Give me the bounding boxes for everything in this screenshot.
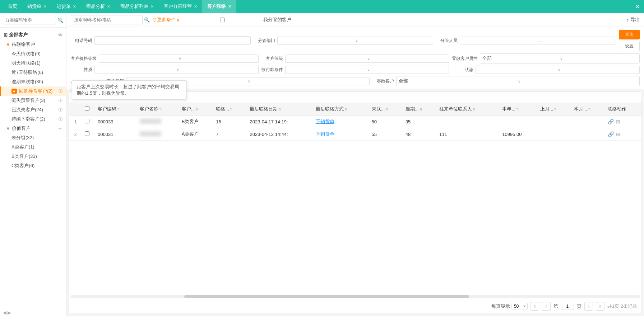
scrollbar-track (70, 295, 640, 298)
scatter-attr-chevron-icon: ∨ (560, 56, 637, 61)
row-checkbox-2[interactable] (82, 128, 95, 141)
data-table-area: ⚙ 客户编码⇅ 客户名称⇅ 客户...⇅ 联络...⇅ 最后联络日期⇅ 最后联 (69, 91, 642, 314)
sidebar-item-declining[interactable]: 持续下滑客户(2) ⓘ (0, 114, 66, 124)
col-last-date-header[interactable]: 最后联络日期⇅ (247, 103, 312, 115)
status-select[interactable]: ∨ (476, 66, 640, 74)
sidebar-item-loss-warning[interactable]: 流失预警客户(3) ⓘ (0, 96, 66, 105)
link-action-icon-2[interactable]: 🔗 (608, 131, 614, 137)
nav-item-product-analysis[interactable]: 商品分析 ✕ (81, 0, 115, 13)
col-last-month-header[interactable]: 上月...⇅ (537, 103, 571, 115)
sidebar-search-icon[interactable]: 🔍 (57, 18, 63, 23)
close-product-analysis-icon[interactable]: ✕ (107, 4, 110, 9)
row-type-2: A类客户 (179, 128, 213, 141)
sidebar-item-b-class[interactable]: B类客户(33) (0, 152, 66, 161)
close-sales-icon[interactable]: ✕ (43, 4, 47, 9)
col-last-method-header[interactable]: 最后联络方式⇅ (313, 103, 369, 115)
col-contact-person-header[interactable]: 往来单位联系人⇅ (436, 103, 499, 115)
col-overdue-header[interactable]: 逾期...⇅ (403, 103, 436, 115)
advanced-filter: 电话号码 分管部门 ∨ 分管人员 ... (66, 27, 644, 89)
prev-page-button[interactable]: ‹ (542, 302, 551, 311)
export-button[interactable]: ↑ 导出 (627, 16, 640, 23)
row-last-method-1[interactable]: 下销货单 (313, 115, 369, 128)
my-customers-checkbox-input[interactable] (183, 18, 262, 22)
sidebar-item-repurchase-abnormal[interactable]: ● 回购异常客户(2) ⓘ (0, 86, 66, 96)
search-input[interactable] (71, 15, 143, 24)
query-button[interactable]: 查询 (619, 30, 640, 39)
price-grade-select[interactable]: ∨ (99, 55, 259, 63)
close-purchase-icon[interactable]: ✕ (73, 4, 76, 9)
sidebar: 🔍 ⊞ 全部客户 ≪ ▼ 待联络客户 今天待联络(0) 明天待联络(1) 近7天… (0, 13, 66, 316)
close-product-list-icon[interactable]: ✕ (150, 4, 154, 9)
sidebar-group-pending[interactable]: ▼ 待联络客户 (0, 40, 66, 49)
sidebar-collapse-icon[interactable]: ≪ (58, 32, 62, 37)
nav-item-customer-tier[interactable]: 客户分层经营 ✕ (159, 0, 202, 13)
row-checkbox-1[interactable] (82, 115, 95, 128)
row-code-2: 000031 (95, 128, 137, 141)
col-name-header[interactable]: 客户名称⇅ (137, 103, 179, 115)
col-this-year-header[interactable]: 本年...⇅ (499, 103, 537, 115)
nav-item-sales[interactable]: 销货单 ✕ (22, 0, 52, 13)
sidebar-tree: ⊞ 全部客户 ≪ ▼ 待联络客户 今天待联络(0) 明天待联络(1) 近7天待联… (0, 28, 66, 309)
nav-item-purchase[interactable]: 进货单 ✕ (52, 0, 81, 13)
row-last-method-2[interactable]: 下销货单 (313, 128, 369, 141)
sidebar-item-c-class[interactable]: C类客户(6) (0, 161, 66, 170)
top-navigation: 首页 销货单 ✕ 进货单 ✕ 商品分析 ✕ 商品分析列表 ✕ 客户分层经营 ✕ … (0, 0, 644, 13)
sidebar-search-input[interactable] (3, 16, 56, 24)
sidebar-item-overdue-contact[interactable]: 逾期未联络(30) (0, 77, 66, 86)
filter-person: 分管人员 ... (436, 37, 616, 44)
table-scroll[interactable]: 客户编码⇅ 客户名称⇅ 客户...⇅ 联络...⇅ 最后联络日期⇅ 最后联络方式… (69, 103, 641, 294)
pagination: 每页显示 20 50 100 200 « ‹ 第 页 › » 共1页 2条记录 (69, 299, 641, 313)
grid-action-icon-1[interactable]: ⊞ (616, 119, 620, 124)
row-name-2 (137, 128, 179, 141)
phone-input[interactable] (94, 36, 251, 45)
col-no-contact-header[interactable]: 未联...⇅ (369, 103, 403, 115)
sidebar-item-tomorrow-contact[interactable]: 明天待联络(1) (0, 58, 66, 68)
last-page-button[interactable]: » (596, 302, 604, 311)
setting-button[interactable]: 设置 (619, 41, 640, 51)
per-page-select[interactable]: 20 50 100 200 (511, 303, 528, 310)
customer-table: 客户编码⇅ 客户名称⇅ 客户...⇅ 联络...⇅ 最后联络日期⇅ 最后联络方式… (69, 103, 641, 141)
close-customer-tier-icon[interactable]: ✕ (194, 4, 197, 9)
sidebar-item-7day-contact[interactable]: 近7天待联络(0) (0, 68, 66, 77)
edit-value-customer-icon[interactable]: ✏ (59, 126, 62, 131)
dept-select[interactable]: ∨ (277, 37, 434, 45)
window-close-button[interactable]: ✕ (635, 3, 640, 10)
horizontal-scrollbar[interactable] (69, 294, 641, 299)
col-contact-count-header[interactable]: 联络...⇅ (213, 103, 247, 115)
col-code-header[interactable]: 客户编码⇅ (95, 103, 137, 115)
filter-bar: 🔍 ▽ 更多条件 ∨ 我分管的客户 ↑ 导出 (66, 13, 644, 27)
search-button[interactable]: 🔍 (144, 17, 150, 23)
row-contact-person-2: 111 (436, 128, 499, 141)
table-header-row: 客户编码⇅ 客户名称⇅ 客户...⇅ 联络...⇅ 最后联络日期⇅ 最后联络方式… (69, 103, 641, 115)
page-number-input[interactable] (561, 303, 574, 310)
first-page-button[interactable]: « (531, 302, 539, 311)
more-conditions-button[interactable]: ▽ 更多条件 ∨ (153, 16, 180, 23)
select-all-checkbox[interactable] (85, 106, 89, 111)
close-customer-contact-icon[interactable]: ✕ (228, 4, 231, 9)
nav-item-home[interactable]: 首页 (3, 0, 22, 13)
my-customers-checkbox[interactable]: 我分管的客户 (183, 16, 291, 23)
nature-select[interactable]: ∨ (94, 66, 259, 74)
sidebar-value-customer-section: ▼ 价值客户 ✏ (0, 124, 66, 133)
col-num (69, 103, 82, 115)
nav-item-customer-contact[interactable]: 客户联络 ✕ (202, 0, 236, 13)
col-type-header[interactable]: 客户...⇅ (179, 103, 213, 115)
nav-item-product-list[interactable]: 商品分析列表 ✕ (115, 0, 159, 13)
link-action-icon-1[interactable]: 🔗 (608, 119, 614, 124)
scrollbar-thumb[interactable] (184, 295, 469, 298)
export-icon: ↑ (627, 17, 629, 23)
col-checkbox-header[interactable] (82, 103, 95, 115)
next-page-button[interactable]: › (584, 302, 593, 311)
sidebar-all-customers[interactable]: ⊞ 全部客户 ≪ (0, 30, 66, 40)
sidebar-item-today-contact[interactable]: 今天待联络(0) (0, 49, 66, 58)
payment-select[interactable]: ∨ (285, 66, 449, 74)
scatter-attr-select[interactable]: 全部 ∨ (480, 53, 640, 63)
customer-grade-select[interactable]: ∨ (285, 55, 449, 63)
sidebar-item-already-lost[interactable]: 已流失客户(24) ⓘ (0, 105, 66, 114)
grid-action-icon-2[interactable]: ⊞ (616, 131, 620, 137)
sidebar-item-a-class[interactable]: A类客户(1) (0, 142, 66, 152)
scatter-customer-select[interactable]: 全部 ∨ (396, 76, 640, 86)
col-this-month-header[interactable]: 本月...⇅ (571, 103, 605, 115)
person-select[interactable]: ... (460, 37, 616, 44)
sidebar-item-ungroup[interactable]: 未分组(32) (0, 133, 66, 142)
